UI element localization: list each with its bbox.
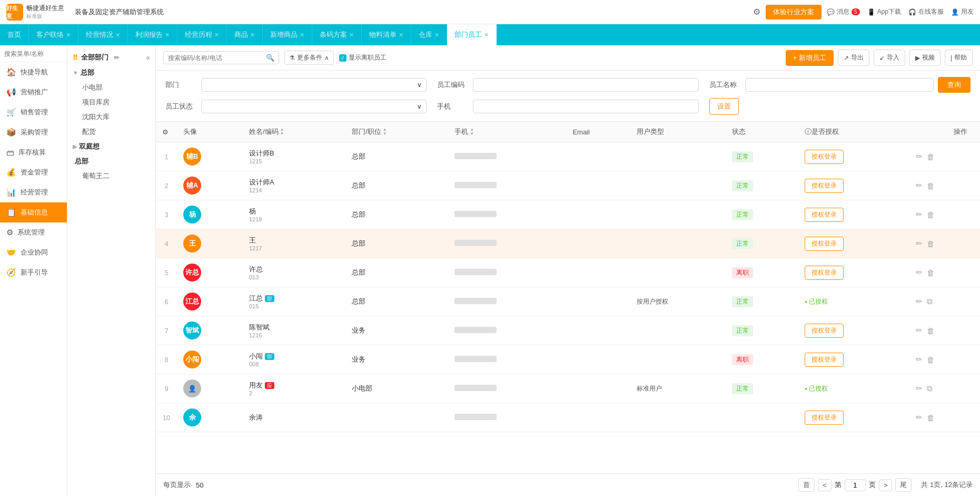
tab-barcode[interactable]: 条码方案✕ xyxy=(312,24,362,45)
next-page-button[interactable]: > xyxy=(879,479,893,491)
edit-icon[interactable]: ✏ xyxy=(916,239,923,248)
edit-icon[interactable]: ✏ xyxy=(916,152,923,161)
sidebar-item-finance[interactable]: 💰资金管理 xyxy=(0,162,67,182)
edit-icon[interactable]: ✏ xyxy=(916,181,923,190)
edit-icon[interactable]: ✏ xyxy=(916,384,923,393)
set-button[interactable]: 设置 xyxy=(709,98,739,115)
delete-icon[interactable]: 🗑 xyxy=(927,355,935,364)
close-icon[interactable]: ✕ xyxy=(165,32,170,38)
more-filter-button[interactable]: ⚗ 更多条件 ∧ xyxy=(284,51,334,65)
search-input[interactable] xyxy=(168,54,263,62)
close-icon[interactable]: ✕ xyxy=(66,32,71,38)
close-icon[interactable]: ✕ xyxy=(434,32,439,38)
sidebar-item-operations[interactable]: 📊经营管理 xyxy=(0,182,67,202)
delete-icon[interactable]: 🗑 xyxy=(927,413,935,422)
prev-page-button[interactable]: < xyxy=(818,479,831,491)
sidebar-item-purchase[interactable]: 📦采购管理 xyxy=(0,122,67,142)
edit-icon[interactable]: ✏ xyxy=(916,210,923,219)
close-icon[interactable]: ✕ xyxy=(115,32,120,38)
sidebar-item-corp[interactable]: 🤝企业协同 xyxy=(0,242,67,262)
delete-icon[interactable]: 🗑 xyxy=(927,181,935,190)
view-button[interactable]: ▶ 视频 xyxy=(909,50,941,66)
auth-button[interactable]: 授权登录 xyxy=(805,150,844,164)
copy-icon[interactable]: ⧉ xyxy=(927,297,933,306)
tree-node-distribution[interactable]: 配货 xyxy=(67,124,155,139)
message-button[interactable]: 💬 消息 5 xyxy=(827,7,860,16)
edit-icon[interactable]: ✏ xyxy=(916,355,923,364)
tree-node-grape-king[interactable]: 葡萄王二 xyxy=(67,169,155,183)
auth-button[interactable]: 授权登录 xyxy=(805,353,844,367)
sidebar-search[interactable]: 🔍 xyxy=(0,45,67,62)
user-avatar[interactable]: 👤 用友 xyxy=(951,7,974,16)
sidebar-item-basic[interactable]: 📋基础信息 xyxy=(0,202,67,222)
tree-node-small-elec[interactable]: 小电部 xyxy=(67,80,155,95)
emp-code-input[interactable] xyxy=(473,78,698,92)
tab-profit[interactable]: 利润报告✕ xyxy=(128,24,177,45)
export-button[interactable]: ↗ 导出 xyxy=(838,50,869,66)
tab-material[interactable]: 物料清单✕ xyxy=(362,24,411,45)
sidebar-item-quicknav[interactable]: 🏠快捷导航 xyxy=(0,62,67,82)
search-button[interactable]: 查询 xyxy=(938,77,971,93)
tab-home[interactable]: 首页 xyxy=(0,24,29,45)
tree-collapse-icon[interactable]: « xyxy=(146,53,150,62)
tab-operations[interactable]: 经营情况✕ xyxy=(78,24,128,45)
col-dept[interactable]: 部门/职位▲▼ xyxy=(345,122,448,142)
auth-button[interactable]: 授权登录 xyxy=(805,179,844,193)
close-icon[interactable]: ✕ xyxy=(250,32,255,38)
first-page-button[interactable]: 首 xyxy=(798,478,815,492)
status-select[interactable]: ∨ xyxy=(201,100,427,113)
delete-icon[interactable]: 🗑 xyxy=(927,326,935,335)
tab-customer[interactable]: 客户联络✕ xyxy=(29,24,78,45)
tree-header[interactable]: ⠿ 全部部门 ✏ « xyxy=(67,50,155,65)
auth-button[interactable]: 授权登录 xyxy=(805,266,844,280)
close-icon[interactable]: ✕ xyxy=(214,32,219,38)
edit-icon[interactable]: ✏ xyxy=(916,413,923,422)
close-icon[interactable]: ✕ xyxy=(349,32,354,38)
show-resigned-toggle[interactable]: ✓ 显示离职员工 xyxy=(339,53,387,62)
close-icon[interactable]: ✕ xyxy=(484,32,489,38)
sidebar-item-inventory[interactable]: 🗃库存核算 xyxy=(0,142,67,162)
tree-node-double-dream[interactable]: ▶ 双庭想 xyxy=(67,139,155,154)
help-button[interactable]: | 帮助 xyxy=(945,50,973,66)
delete-icon[interactable]: 🗑 xyxy=(927,210,935,219)
delete-icon[interactable]: 🗑 xyxy=(927,152,935,161)
sidebar-item-guide[interactable]: 🧭新手引导 xyxy=(0,262,67,283)
delete-icon[interactable]: 🗑 xyxy=(927,268,935,277)
copy-icon[interactable]: ⧉ xyxy=(927,384,933,393)
tab-warehouse[interactable]: 仓库✕ xyxy=(411,24,447,45)
tree-node-project[interactable]: 项目库房 xyxy=(67,95,155,110)
auth-button[interactable]: 授权登录 xyxy=(805,237,844,251)
close-icon[interactable]: ✕ xyxy=(300,32,304,38)
edit-icon[interactable]: ✏ xyxy=(916,326,923,335)
sidebar-item-sales[interactable]: 🛒销售管理 xyxy=(0,102,67,122)
last-page-button[interactable]: 尾 xyxy=(895,478,912,492)
app-download-button[interactable]: 📱 App下载 xyxy=(867,7,901,16)
online-service-button[interactable]: 🎧 在线客服 xyxy=(908,7,944,16)
tree-node-hq[interactable]: ▼ 总部 xyxy=(67,65,155,80)
tree-node-hq2[interactable]: 总部 xyxy=(67,154,155,169)
tab-goods[interactable]: 商品✕ xyxy=(227,24,263,45)
emp-name-input[interactable] xyxy=(745,78,934,92)
tab-dept[interactable]: 部门员工✕ xyxy=(447,24,497,45)
phone-input[interactable] xyxy=(473,100,698,113)
tree-node-shenyang[interactable]: 沈阳大库 xyxy=(67,110,155,124)
col-name[interactable]: 姓名/编码▲▼ xyxy=(243,122,345,142)
auth-button[interactable]: 授权登录 xyxy=(805,208,844,222)
search-box[interactable]: 🔍 xyxy=(163,51,279,64)
col-settings[interactable]: ⚙ xyxy=(156,122,177,142)
tab-history[interactable]: 经营历程✕ xyxy=(177,24,227,45)
close-icon[interactable]: ✕ xyxy=(399,32,403,38)
col-phone[interactable]: 手机▲▼ xyxy=(448,122,566,142)
sidebar-item-system[interactable]: ⚙系统管理 xyxy=(0,222,67,242)
delete-icon[interactable]: 🗑 xyxy=(927,239,935,248)
auth-button[interactable]: 授权登录 xyxy=(805,411,844,425)
sidebar-item-marketing[interactable]: 📢营销推广 xyxy=(0,82,67,102)
add-employee-button[interactable]: + 新增员工 xyxy=(786,50,834,66)
tree-edit-icon[interactable]: ✏ xyxy=(114,54,120,62)
auth-button[interactable]: 授权登录 xyxy=(805,324,844,338)
edit-icon[interactable]: ✏ xyxy=(916,297,923,306)
gear-icon[interactable]: ⚙ xyxy=(753,7,760,17)
tab-newgoods[interactable]: 新增商品✕ xyxy=(263,24,312,45)
page-input[interactable] xyxy=(845,479,866,491)
dept-select[interactable]: ∨ xyxy=(201,78,427,92)
